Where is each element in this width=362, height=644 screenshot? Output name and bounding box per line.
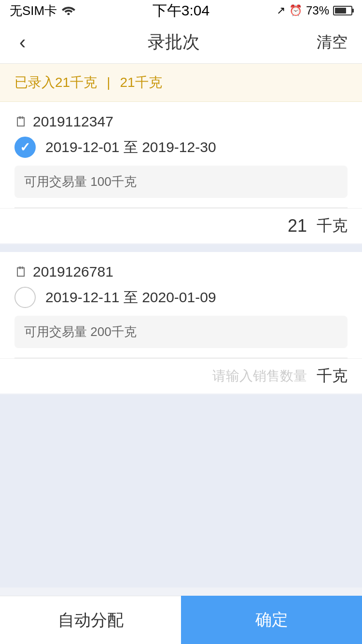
status-right: ↗ ⏰ 73% xyxy=(277,4,352,17)
batch-2-date-row[interactable]: 2019-12-11 至 2020-01-09 xyxy=(0,284,362,311)
batch-2-quantity-placeholder: 请输入销售数量 xyxy=(14,367,307,385)
batch-card-2: 🗒 2019126781 2019-12-11 至 2020-01-09 可用交… xyxy=(0,252,362,393)
svg-point-0 xyxy=(68,13,70,15)
batch-1-date: 2019-12-01 至 2019-12-30 xyxy=(45,138,216,157)
batch-1-available: 可用交易量 100千克 xyxy=(14,166,348,198)
location-icon: ↗ xyxy=(277,4,285,17)
footer: 自动分配 确定 xyxy=(0,596,362,644)
batch-2-unit: 千克 xyxy=(317,365,348,387)
status-left: 无SIM卡 xyxy=(10,2,75,19)
batch-1-date-row[interactable]: 2019-12-01 至 2019-12-30 xyxy=(0,134,362,161)
batch-2-id: 2019126781 xyxy=(33,264,113,280)
battery-percent: 73% xyxy=(306,4,329,17)
batch-1-id-icon: 🗒 xyxy=(14,114,28,130)
status-time: 下午3:04 xyxy=(153,1,209,21)
back-button[interactable]: ‹ xyxy=(14,27,30,58)
carrier-text: 无SIM卡 xyxy=(10,2,57,19)
batch-1-id: 2019112347 xyxy=(33,113,113,130)
batch-2-header: 🗒 2019126781 xyxy=(0,252,362,284)
batch-2-radio[interactable] xyxy=(14,287,36,308)
batch-2-date: 2019-12-11 至 2020-01-09 xyxy=(45,288,216,308)
card-divider-1 xyxy=(0,244,362,252)
summary-label: 已录入21千克 xyxy=(14,73,97,92)
batch-2-id-icon: 🗒 xyxy=(14,264,28,280)
alarm-icon: ⏰ xyxy=(289,4,302,17)
nav-bar: ‹ 录批次 清空 xyxy=(0,21,362,64)
battery-icon xyxy=(333,6,352,15)
batch-1-radio[interactable] xyxy=(14,137,36,158)
batch-1-quantity-input[interactable] xyxy=(249,216,307,236)
batch-2-quantity-row: 请输入销售数量 千克 xyxy=(0,358,362,393)
batch-card-1: 🗒 2019112347 2019-12-01 至 2019-12-30 可用交… xyxy=(0,102,362,243)
summary-value: 21千克 xyxy=(120,73,162,92)
status-bar: 无SIM卡 下午3:04 ↗ ⏰ 73% xyxy=(0,0,362,21)
confirm-button[interactable]: 确定 xyxy=(181,596,362,644)
auto-distribute-button[interactable]: 自动分配 xyxy=(0,596,181,644)
page-title: 录批次 xyxy=(148,30,200,54)
batch-1-unit: 千克 xyxy=(317,215,348,237)
batch-2-available: 可用交易量 200千克 xyxy=(14,316,348,348)
wifi-icon xyxy=(62,3,75,18)
batch-1-quantity-row: 千克 xyxy=(0,208,362,243)
batch-1-header: 🗒 2019112347 xyxy=(0,102,362,134)
summary-bar: 已录入21千克 | 21千克 xyxy=(0,64,362,102)
summary-divider: | xyxy=(107,75,110,90)
bottom-area xyxy=(0,394,362,588)
clear-button[interactable]: 清空 xyxy=(317,32,348,53)
